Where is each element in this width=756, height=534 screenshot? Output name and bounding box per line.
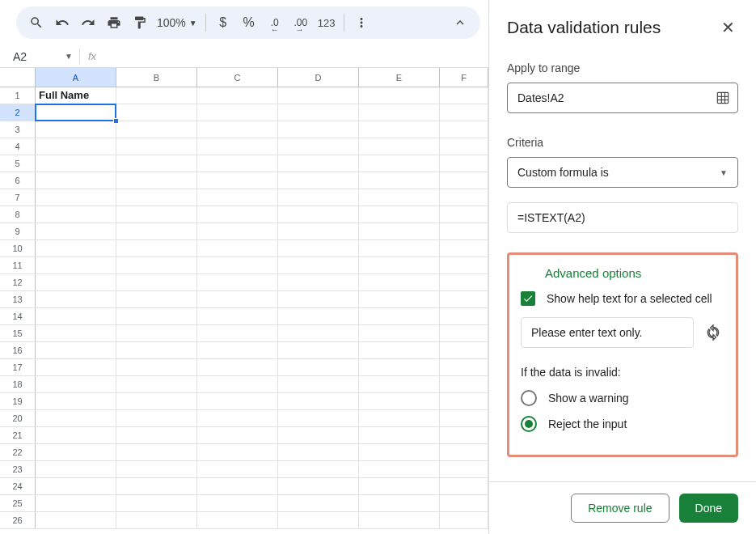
row-header[interactable]: 6 — [0, 172, 36, 189]
collapse-toolbar-icon[interactable] — [448, 11, 472, 35]
cell[interactable] — [116, 155, 197, 172]
row-header[interactable]: 2 — [0, 104, 36, 121]
cell[interactable] — [197, 257, 278, 273]
cell[interactable] — [278, 325, 359, 341]
cell[interactable] — [36, 138, 116, 155]
cell[interactable] — [359, 427, 440, 443]
cell[interactable] — [197, 291, 278, 307]
row-header[interactable]: 8 — [0, 206, 36, 222]
cell[interactable] — [36, 495, 116, 511]
cell[interactable] — [359, 223, 440, 239]
cell[interactable] — [359, 138, 440, 155]
show-help-checkbox-row[interactable]: Show help text for a selected cell — [521, 291, 724, 306]
cell[interactable] — [278, 342, 359, 358]
cell[interactable] — [36, 444, 116, 460]
cell[interactable] — [116, 427, 197, 443]
cell[interactable] — [197, 461, 278, 477]
cell[interactable] — [36, 189, 116, 206]
undo-icon[interactable] — [50, 11, 74, 35]
cell[interactable] — [440, 104, 488, 121]
cell[interactable] — [440, 172, 488, 189]
row-header[interactable]: 12 — [0, 274, 36, 290]
cell[interactable] — [36, 359, 116, 375]
row-header[interactable]: 19 — [0, 393, 36, 409]
cell[interactable] — [197, 189, 278, 206]
cell[interactable] — [440, 138, 488, 155]
cell[interactable] — [197, 138, 278, 155]
cell[interactable] — [116, 359, 197, 375]
percent-button[interactable]: % — [237, 11, 261, 35]
cell[interactable] — [359, 410, 440, 426]
cell[interactable] — [197, 393, 278, 409]
cell[interactable] — [116, 376, 197, 392]
row-header[interactable]: 11 — [0, 257, 36, 273]
cell[interactable] — [116, 87, 197, 104]
cell[interactable] — [359, 308, 440, 324]
cell[interactable] — [197, 410, 278, 426]
cell[interactable] — [278, 359, 359, 375]
cell[interactable] — [278, 240, 359, 256]
cell[interactable] — [36, 172, 116, 189]
cell[interactable] — [278, 206, 359, 222]
cell[interactable] — [359, 189, 440, 206]
spreadsheet-grid[interactable]: ABCDEF1Full Name234567891011121314151617… — [0, 68, 488, 534]
cell[interactable] — [359, 155, 440, 172]
show-help-checkbox[interactable] — [521, 291, 535, 306]
cell[interactable] — [278, 393, 359, 409]
row-header[interactable]: 7 — [0, 189, 36, 206]
cell[interactable] — [36, 342, 116, 358]
redo-icon[interactable] — [76, 11, 100, 35]
cell[interactable] — [197, 155, 278, 172]
cell[interactable] — [278, 172, 359, 189]
cell[interactable] — [36, 512, 116, 528]
cell[interactable] — [440, 308, 488, 324]
row-header[interactable]: 20 — [0, 410, 36, 426]
column-header[interactable]: C — [197, 68, 278, 87]
row-header[interactable]: 24 — [0, 478, 36, 494]
cell[interactable] — [440, 444, 488, 460]
cell[interactable] — [36, 155, 116, 172]
cell[interactable] — [278, 495, 359, 511]
row-header[interactable]: 26 — [0, 512, 36, 528]
radio-button[interactable] — [521, 390, 537, 406]
row-header[interactable]: 14 — [0, 308, 36, 324]
cell[interactable] — [36, 478, 116, 494]
cell[interactable] — [116, 223, 197, 239]
cell[interactable] — [440, 189, 488, 206]
remove-rule-button[interactable]: Remove rule — [571, 494, 669, 523]
row-header[interactable]: 15 — [0, 325, 36, 341]
cell[interactable] — [278, 291, 359, 307]
cell[interactable] — [440, 223, 488, 239]
close-icon[interactable]: ✕ — [718, 15, 738, 40]
cell[interactable] — [440, 512, 488, 528]
select-all-corner[interactable] — [0, 68, 36, 87]
help-text-input[interactable] — [521, 317, 694, 348]
select-range-icon[interactable] — [715, 90, 731, 106]
cell[interactable] — [278, 223, 359, 239]
cell[interactable] — [36, 308, 116, 324]
cell[interactable] — [278, 410, 359, 426]
cell[interactable] — [116, 121, 197, 138]
cell[interactable] — [197, 274, 278, 290]
cell[interactable] — [36, 104, 116, 121]
cell[interactable] — [440, 342, 488, 358]
cell[interactable] — [359, 240, 440, 256]
cell[interactable] — [36, 427, 116, 443]
cell[interactable] — [440, 325, 488, 341]
cell[interactable] — [278, 444, 359, 460]
cell[interactable] — [116, 104, 197, 121]
cell[interactable] — [440, 393, 488, 409]
cell[interactable] — [197, 223, 278, 239]
invalid-option[interactable]: Reject the input — [521, 416, 724, 432]
cell[interactable] — [197, 342, 278, 358]
cell[interactable] — [36, 206, 116, 222]
cell[interactable] — [440, 206, 488, 222]
cell[interactable] — [359, 495, 440, 511]
cell[interactable] — [116, 189, 197, 206]
row-header[interactable]: 5 — [0, 155, 36, 172]
row-header[interactable]: 25 — [0, 495, 36, 511]
cell[interactable] — [197, 206, 278, 222]
row-header[interactable]: 3 — [0, 121, 36, 138]
cell[interactable] — [197, 359, 278, 375]
cell[interactable] — [36, 325, 116, 341]
